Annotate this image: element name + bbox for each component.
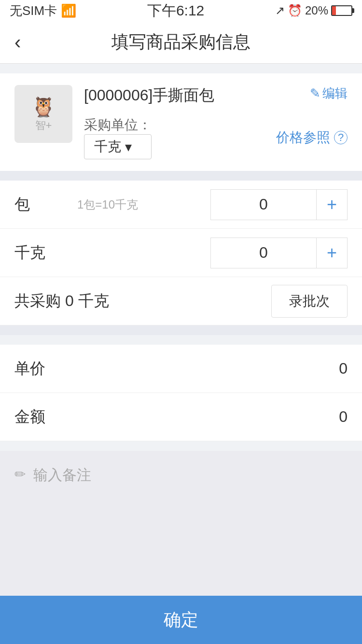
bao-plus-button[interactable]: + — [317, 189, 348, 220]
bao-label: 包 — [14, 194, 72, 215]
time-label: 下午6:12 — [147, 1, 204, 21]
alarm-icon: ⏰ — [288, 4, 302, 17]
bao-sublabel: 1包=10千克 — [77, 197, 138, 212]
wifi-icon: 📶 — [61, 3, 76, 18]
edit-button[interactable]: ✎ 编辑 — [310, 85, 348, 102]
carrier-label: 无SIM卡 — [10, 2, 57, 19]
unit-select[interactable]: 千克 ▾ — [84, 134, 152, 159]
kg-input[interactable] — [210, 238, 317, 268]
unit-price-label: 单价 — [14, 358, 45, 379]
bao-input-group: + — [210, 189, 348, 220]
pencil-icon: ✏ — [14, 466, 26, 482]
page-title: 填写商品采购信息 — [111, 30, 251, 54]
product-name: [0000006]手撕面包 — [84, 85, 214, 106]
note-placeholder: 输入备注 — [33, 465, 91, 485]
bao-row: 包 1包=10千克 + — [0, 181, 362, 229]
status-right: ↗ ⏰ 20% — [275, 4, 352, 17]
confirm-button[interactable]: 确定 — [0, 596, 362, 644]
product-info: [0000006]手撕面包 ✎ 编辑 采购单位： 千克 ▾ 价格参照 ? — [84, 85, 348, 159]
divider-1 — [0, 171, 362, 181]
product-image: 🦉 智+ — [14, 85, 72, 143]
product-card: 🦉 智+ [0000006]手撕面包 ✎ 编辑 采购单位： 千克 ▾ 价格参照 — [0, 73, 362, 171]
total-row: 共采购 0 千克 录批次 — [0, 277, 362, 325]
location-icon: ↗ — [275, 4, 285, 17]
amount-row: 金额 0 — [0, 393, 362, 441]
input-section: 包 1包=10千克 + 千克 + 共采购 0 千克 录批次 — [0, 181, 362, 325]
product-image-label: 智+ — [35, 118, 52, 133]
kg-plus-button[interactable]: + — [317, 238, 348, 268]
nav-bar: ‹ 填写商品采购信息 — [0, 21, 362, 64]
divider-2 — [0, 325, 362, 335]
unit-price-value: 0 — [339, 360, 348, 378]
bao-input[interactable] — [210, 189, 317, 220]
amount-label: 金额 — [14, 406, 45, 428]
unit-price-row: 单价 0 — [0, 345, 362, 393]
price-ref-button[interactable]: 价格参照 ? — [276, 128, 348, 147]
status-bar: 无SIM卡 📶 下午6:12 ↗ ⏰ 20% — [0, 0, 362, 21]
kg-label: 千克 — [14, 242, 72, 264]
back-button[interactable]: ‹ — [14, 31, 21, 53]
status-left: 无SIM卡 📶 — [10, 2, 76, 19]
price-section: 单价 0 金额 0 — [0, 345, 362, 441]
help-icon: ? — [334, 131, 348, 144]
battery-percent: 20% — [305, 4, 328, 17]
edit-icon: ✎ — [310, 86, 320, 101]
chevron-down-icon: ▾ — [125, 139, 132, 155]
kg-row: 千克 + — [0, 229, 362, 277]
total-label: 共采购 0 千克 — [14, 291, 109, 312]
product-thumbnail: 🦉 — [31, 96, 56, 118]
amount-value: 0 — [339, 408, 348, 426]
kg-input-group: + — [210, 238, 348, 268]
unit-label: 采购单位： 千克 ▾ — [84, 116, 152, 159]
battery-icon — [331, 5, 352, 16]
note-section[interactable]: ✏ 输入备注 — [0, 451, 362, 500]
record-batch-button[interactable]: 录批次 — [271, 285, 348, 318]
